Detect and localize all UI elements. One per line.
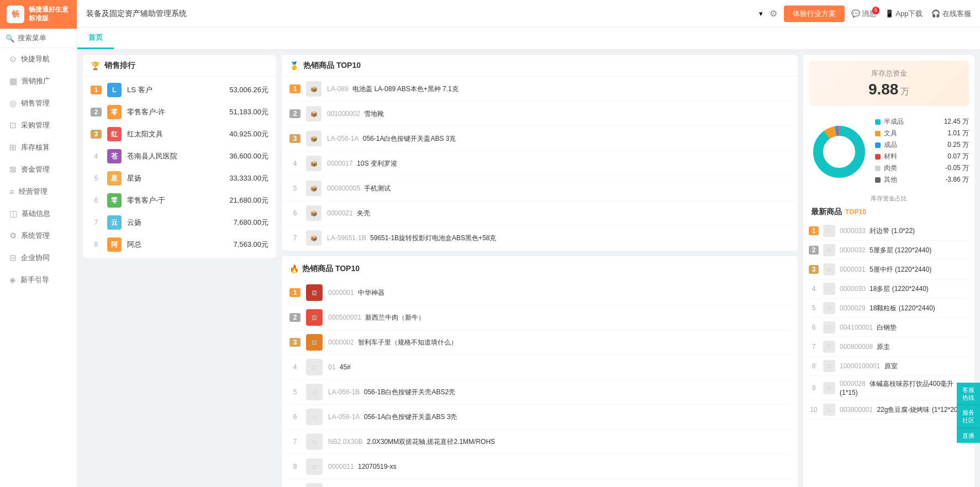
product-name: 10S 变利罗浚 [357,160,397,167]
hot-info: 0000011 12070519-xs [328,463,396,470]
new-products-title: 最新商品 TOP10 [809,203,969,221]
legend-dot [875,154,881,160]
legend-label: 其他 [884,175,942,184]
hot-product-item: 7 □ NB2.0X30B 2.0X30MM双搓花轴,搓花直径2.1MM/ROH… [289,430,790,454]
legend-item: 半成品 12.45 万 [875,117,969,126]
donut-chart [809,121,870,182]
hot-code: LA-056-1A [328,413,360,421]
sidebar-item-marketing[interactable]: ▦ 营销推广 [0,70,77,92]
inventory-total: 库存总资金 9.88 万 [809,61,969,106]
legend-value: 1.01 万 [947,129,969,138]
logo-text: 畅捷通好生意 标准版 [29,6,69,23]
hot-code: 0000001 [328,289,354,297]
float-customer-service[interactable]: 客服热线 [957,383,980,406]
rank-amount: 40,925.00元 [229,129,268,139]
sidebar-item-system[interactable]: ⚙ 系统管理 [0,225,77,247]
rank-amount: 33,333.00元 [229,173,268,183]
sales-rank-item: 5 星 星扬 33,333.00元 [83,167,276,189]
np-name: 原室 [884,362,898,370]
hot-rank: 5 [289,388,301,396]
hot-thumb: □ [306,483,323,487]
sidebar-item-guide[interactable]: ◈ 新手引导 [0,269,77,291]
sidebar-item-enterprise[interactable]: ⊟ 企业协同 [0,247,77,269]
hot-thumb: 🖼 [306,309,323,326]
system-dropdown[interactable]: ▾ [759,9,763,18]
product-name: 59651-1B旋转投影灯电池盒ABS黑色+58克 [370,234,496,242]
hot-code: NB2.0X30B [328,438,363,446]
np-rank: 2 [809,246,819,255]
np-thumb: □ [823,244,835,256]
sidebar-item-finance[interactable]: ⊠ 资金管理 [0,158,77,181]
legend-item: 材料 0.07 万 [875,152,969,161]
float-live[interactable]: 直播 [957,428,980,443]
np-info: 10000100001 原室 [840,362,898,371]
tab-home[interactable]: 首页 [77,28,114,49]
legend-dot [875,166,881,171]
sidebar-item-basic[interactable]: ◫ 基础信息 [0,203,77,225]
product-info: 000800005 手机测试 [327,184,391,193]
product-thumb: 📦 [306,230,322,246]
rank-name: LS 客户 [127,85,224,95]
np-code: 10000100001 [840,362,880,370]
np-thumb: □ [823,404,835,416]
online-service[interactable]: 🎧 在线客服 [931,9,971,19]
product-rank-item: 1 📦 LA-089 电池盖 LA-089 ABS本色+黑种 7.1克 [282,77,798,102]
hot-product-item: 1 🖼 0000001 中华神器 [289,280,790,305]
hot-rank: 4 [289,363,301,371]
np-rank: 3 [809,265,819,274]
rank-amount: 36,600.00元 [229,151,268,161]
trial-button[interactable]: 体验行业方案 [784,6,845,22]
message-badge[interactable]: 💬 消息 6 [851,9,877,19]
new-product-item: 9 □ 0000028 体碱嘉枝味苏打饮品400毫升 (1*15) [809,376,969,400]
hot-product-item: 3 🖼 0000002 智利车子里（规格不知道填什么） [289,330,790,355]
np-info: 004100001 白钢垫 [840,323,897,332]
sidebar-search[interactable]: 🔍 搜索菜单 [0,29,77,48]
hot-info: 0000001 中华神器 [328,288,384,298]
product-info: 001000002 雪地靴 [327,109,384,119]
sales-rank-item: 2 零 零售客户-许 51,183.00元 [83,101,276,123]
main-area: 装备及固定资产辅助管理系统 ▾ ⚙ 体验行业方案 💬 消息 6 📱 App下载 … [77,0,980,487]
np-info: 003800001 22g鱼豆腐-烧烤味 (1*12*20) [840,405,960,415]
rank-number: 2 [91,108,102,117]
sidebar-item-inventory[interactable]: ⊞ 库存核算 [0,136,77,158]
sidebar-item-operation[interactable]: ≡ 经营管理 [0,181,77,203]
float-community[interactable]: 服务社区 [957,405,980,428]
new-product-item: 2 □ 0000032 5厘多层 (1220*2440) [809,241,969,260]
new-products-badge: TOP10 [845,208,866,216]
legend-item: 其他 -3.86 万 [875,175,969,184]
sidebar-item-sales[interactable]: ◎ 销售管理 [0,92,77,114]
product-ranking-title: 热销商品 TOP10 [303,61,361,71]
sales-rank-list: 1 L LS 客户 53,006.26元 2 零 零售客户-许 51,183.0… [83,77,276,258]
rank-amount: 7,563.00元 [233,240,268,250]
sidebar-item-quick-nav[interactable]: ⊙ 快捷导航 [0,48,77,70]
hot-rank: 7 [289,438,301,446]
rank-avatar: 星 [107,171,122,186]
np-rank: 6 [809,324,819,331]
np-info: 0000030 18多层 (1220*2440) [840,284,929,294]
product-code: LA-59651-1B [327,234,366,242]
inventory-unit: 万 [900,87,909,96]
sidebar-item-purchase[interactable]: ⊡ 采购管理 [0,114,77,136]
legend-value: 0.25 万 [947,140,969,150]
rank-avatar: 云 [107,215,122,230]
hot-thumb: □ [306,409,323,425]
settings-icon[interactable]: ⚙ [770,8,777,19]
legend-label: 肉类 [884,163,942,173]
product-name: 056-1A白色按键开关盖ABS 3克 [363,135,456,142]
product-rank-item: 6 📦 0000021 夹壳 [282,201,798,226]
legend-item: 肉类 -0.05 万 [875,163,969,173]
hot-thumb: □ [306,384,323,400]
app-download[interactable]: 📱 App下载 [885,9,923,19]
hot-name: 056-1A白色按键开关盖ABS 3壳 [364,413,457,421]
rank-amount: 53,006.26元 [229,85,268,95]
np-info: 0000029 18颗粒板 (1220*2440) [840,304,935,313]
dashboard-columns: 🏆 销售排行 1 L LS 客户 53,006.26元 2 零 零售客户-许 5… [77,50,980,487]
product-info: 0000021 夹壳 [327,209,370,218]
sales-rank-item: 4 苍 苍南县人民医院 36,600.00元 [83,145,276,167]
hot-product-item: 8 □ 0000011 12070519-xs [289,454,790,479]
np-name: 18颗粒板 (1220*2440) [870,304,935,312]
product-name: 雪地靴 [364,110,384,118]
hot-code: 0000002 [328,338,354,346]
new-product-item: 10 □ 003800001 22g鱼豆腐-烧烤味 (1*12*20) [809,400,969,420]
hot-rank: 1 [289,288,301,297]
